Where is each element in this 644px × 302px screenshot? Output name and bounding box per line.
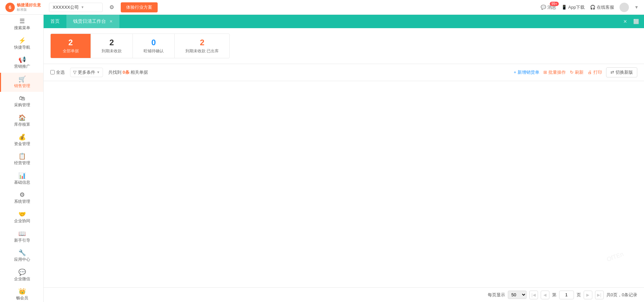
sidebar-item-guide[interactable]: 📖 新手引导 (0, 227, 43, 247)
page-label: 第 (552, 292, 556, 298)
sidebar-item-finance[interactable]: 💰 资金管理 (0, 131, 43, 150)
system-icon: ⚙ (19, 192, 25, 198)
online-service-button[interactable]: 🎧 在线客服 (590, 4, 614, 10)
sidebar-item-wechat[interactable]: 💬 企业微信 (0, 266, 43, 285)
add-label: 新增销货单 (518, 69, 539, 75)
sidebar-label-finance: 资金管理 (14, 141, 30, 147)
sidebar-item-system[interactable]: ⚙ 系统管理 (0, 188, 43, 208)
prev-page-button[interactable]: ◀ (541, 291, 549, 299)
search-menu-icon: ☰ (19, 18, 25, 24)
tab-close-button[interactable]: ✕ (621, 17, 629, 25)
top-header: 6 畅捷通好生意 标准版 XXXXXX公司 ▼ ⚙ 体验行业方案 💬 消息 99… (0, 0, 644, 15)
sidebar-item-inventory[interactable]: 🏠 库存核算 (0, 111, 43, 131)
page-number-input[interactable] (559, 291, 574, 299)
sidebar-item-sales[interactable]: 🛒 销售管理 (0, 73, 43, 92)
filter-button[interactable]: ▽ 更多条件 ▼ (70, 68, 103, 77)
last-page-button[interactable]: ▶| (595, 291, 604, 299)
per-page-label: 每页显示 (488, 292, 505, 298)
app-download-button[interactable]: 📱 App下载 (561, 4, 585, 10)
stats-cards: 2 全部单据 2 到期未收款 0 旺铺待确认 2 到期未收款 已出库 (50, 34, 230, 58)
app-download-label: App下载 (568, 4, 585, 10)
toolbar: 全选 ▽ 更多条件 ▼ 共找到 0条 相关单据 + 新增销货单 (44, 64, 644, 81)
print-button[interactable]: 🖨 打印 (588, 69, 602, 75)
batch-icon: ⊞ (543, 70, 547, 75)
tab-bar-actions: ✕ ⬜ (621, 17, 644, 25)
stat-label-wangpu: 旺铺待确认 (144, 48, 164, 54)
stat-card-shipped[interactable]: 2 到期未收款 已出库 (175, 34, 229, 58)
company-selector[interactable]: XXXXXX公司 ▼ (49, 3, 103, 12)
sales-icon: 🛒 (18, 76, 26, 82)
sidebar-label-wechat: 企业微信 (14, 277, 30, 282)
avatar[interactable] (620, 3, 629, 12)
next-page-button[interactable]: ▶ (584, 291, 592, 299)
stat-number-wangpu: 0 (144, 38, 164, 48)
stat-label-shipped: 到期未收款 已出库 (185, 48, 219, 54)
stat-number-shipped: 2 (185, 38, 219, 48)
tab-workbench[interactable]: 钱货日清工作台 ✕ (66, 15, 119, 28)
tab-home[interactable]: 首页 (44, 15, 66, 28)
found-count: 0条 (123, 70, 129, 75)
headset-icon: 🎧 (590, 5, 595, 10)
header-center: ⚙ 体验行业方案 (103, 2, 541, 12)
header-right: 💬 消息 99+ 📱 App下载 🎧 在线客服 ▼ (541, 3, 639, 12)
sidebar-label-marketing: 营销推广 (14, 64, 30, 69)
sidebar-label-apps: 应用中心 (14, 257, 30, 262)
phone-icon: 📱 (561, 5, 567, 10)
sidebar-item-marketing[interactable]: 📢 营销推广 (0, 53, 43, 73)
settings-icon[interactable]: ⚙ (107, 2, 117, 12)
first-page-button[interactable]: |◀ (529, 291, 538, 299)
select-all-label: 全选 (56, 69, 65, 75)
experience-button[interactable]: 体验行业方案 (121, 2, 158, 12)
sidebar-item-operations[interactable]: 📋 经营管理 (0, 150, 43, 169)
table-area: OfTEn (44, 81, 644, 287)
chevron-down-icon: ▼ (634, 5, 639, 10)
filter-label: 更多条件 (78, 69, 95, 75)
sidebar-item-member[interactable]: 👑 畅会员 (0, 285, 43, 302)
add-order-button[interactable]: + 新增销货单 (514, 69, 539, 75)
sidebar-item-basics[interactable]: 📊 基础信息 (0, 169, 43, 189)
basics-icon: 📊 (18, 173, 26, 179)
tab-expand-button[interactable]: ⬜ (632, 17, 640, 25)
checkbox-input[interactable] (50, 70, 55, 74)
sidebar-label-guide: 新手引导 (14, 238, 30, 243)
sidebar-item-search[interactable]: ☰ 搜索菜单 (0, 15, 43, 34)
inventory-icon: 🏠 (18, 115, 26, 121)
toolbar-right: + 新增销货单 ⊞ 批量操作 ↻ 刷新 🖨 打印 (514, 67, 637, 77)
stat-label-all: 全部单据 (61, 48, 80, 54)
messages-button[interactable]: 💬 消息 99+ (541, 4, 556, 10)
sidebar-item-apps[interactable]: 🔧 应用中心 (0, 246, 43, 266)
switch-label: 切换新版 (615, 69, 633, 75)
sidebar-item-quicknav[interactable]: ⚡ 快捷导航 (0, 34, 43, 54)
logo-subtitle: 标准版 (17, 8, 41, 12)
stats-area: 2 全部单据 2 到期未收款 0 旺铺待确认 2 到期未收款 已出库 (44, 28, 644, 64)
app-layout: ☰ 搜索菜单 ⚡ 快捷导航 📢 营销推广 🛒 销售管理 🛍 采购管理 🏠 库存核… (0, 15, 644, 302)
user-menu[interactable]: ▼ (634, 5, 639, 10)
operations-icon: 📋 (18, 153, 26, 159)
refresh-button[interactable]: ↻ 刷新 (570, 69, 584, 75)
stat-card-all[interactable]: 2 全部单据 (51, 34, 91, 58)
company-name: XXXXXX公司 (53, 4, 79, 10)
batch-action-button[interactable]: ⊞ 批量操作 (543, 69, 566, 75)
sidebar-label-sales: 销售管理 (14, 83, 30, 89)
switch-icon: ⇄ (610, 70, 614, 75)
online-service-label: 在线客服 (597, 4, 614, 10)
main-content: 首页 钱货日清工作台 ✕ ✕ ⬜ 2 全部单据 (44, 15, 644, 302)
sidebar-item-enterprise[interactable]: 🤝 企业协同 (0, 208, 43, 227)
stat-card-wangpu[interactable]: 0 旺铺待确认 (133, 34, 175, 58)
sidebar-label-search: 搜索菜单 (14, 25, 30, 31)
sidebar-item-purchase[interactable]: 🛍 采购管理 (0, 92, 43, 111)
guide-icon: 📖 (18, 231, 26, 237)
sidebar-label-operations: 经营管理 (14, 161, 30, 166)
quicknav-icon: ⚡ (18, 38, 26, 44)
dropdown-arrow-icon: ▼ (81, 5, 84, 9)
logo-text: 畅捷通好生意 标准版 (17, 3, 41, 11)
pagination: 每页显示 50 100 200 |◀ ◀ 第 页 ▶ ▶| 共0页，0条记录 (44, 287, 644, 302)
per-page-select[interactable]: 50 100 200 (508, 291, 527, 299)
sidebar-label-quicknav: 快捷导航 (14, 45, 30, 50)
filter-arrow-icon: ▼ (97, 70, 100, 74)
tab-close-icon[interactable]: ✕ (109, 19, 113, 24)
sidebar-label-basics: 基础信息 (14, 180, 30, 185)
select-all-checkbox[interactable]: 全选 (50, 69, 65, 75)
stat-card-overdue[interactable]: 2 到期未收款 (91, 34, 133, 58)
switch-version-button[interactable]: ⇄ 切换新版 (606, 67, 637, 77)
